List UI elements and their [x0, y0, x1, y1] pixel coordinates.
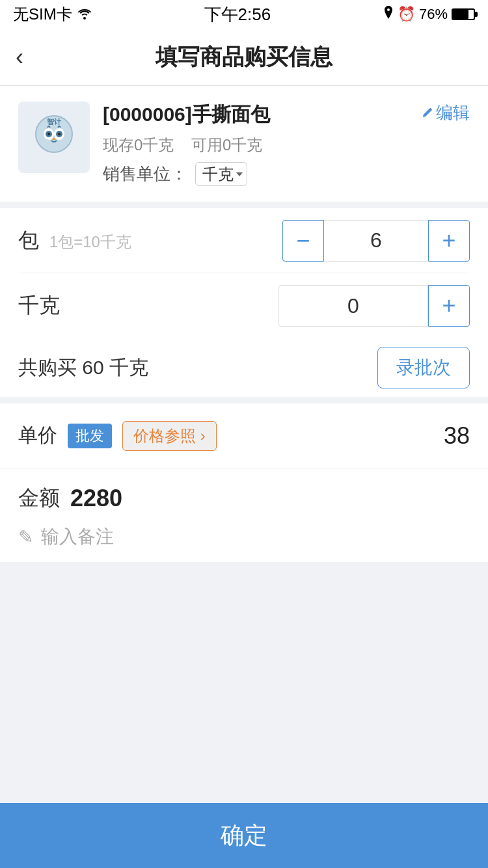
status-bar: 无SIM卡 下午2:56 ⏰ 76%: [0, 0, 488, 29]
confirm-button[interactable]: 确定: [0, 803, 488, 868]
bottom-fill: [0, 569, 488, 783]
remark-label: 输入备注: [41, 524, 114, 549]
price-ref-button[interactable]: 价格参照 ›: [122, 421, 217, 451]
location-icon: [383, 6, 394, 23]
amount-value: 2280: [70, 485, 122, 512]
svg-point-6: [58, 133, 61, 135]
bag-decrement-button[interactable]: −: [282, 220, 324, 262]
back-button[interactable]: ‹: [16, 44, 23, 71]
svg-point-5: [47, 133, 50, 135]
pencil-icon: ✎: [18, 526, 33, 548]
status-left: 无SIM卡: [13, 4, 92, 25]
remark-row[interactable]: ✎ 输入备注: [18, 524, 470, 549]
price-value: 38: [444, 422, 470, 450]
amount-row: 金额 2280: [18, 484, 470, 513]
unit-select[interactable]: 千克 包: [195, 162, 247, 186]
amount-section: 金额 2280 ✎ 输入备注: [0, 468, 488, 569]
edit-button[interactable]: 编辑: [420, 102, 470, 124]
quantity-section: 包 1包=10千克 − + 千克 +: [0, 208, 488, 338]
kg-qty-control: +: [278, 285, 470, 327]
kg-label: 千克: [18, 292, 60, 320]
kg-qty-input[interactable]: [278, 285, 428, 327]
product-name: [0000006]手撕面包: [103, 102, 270, 128]
product-info: [0000006]手撕面包 编辑 现存0千克 可用0千克 销售单位： 千克 包: [103, 102, 470, 186]
product-owl-icon: 智计: [34, 115, 74, 161]
svg-text:智计: 智计: [46, 118, 62, 126]
page-title: 填写商品购买信息: [156, 42, 332, 72]
wifi-icon: [77, 5, 92, 23]
product-card: 智计 [0000006]手撕面包 编辑 现存0千克 可用0千克 销售单位： 千克…: [0, 86, 488, 208]
product-stock: 现存0千克 可用0千克: [103, 135, 470, 156]
bag-row: 包 1包=10千克 − +: [18, 208, 470, 273]
bag-hint: 1包=10千克: [49, 233, 131, 251]
kg-row: 千克 +: [18, 273, 470, 338]
summary-section: 共购买 60 千克 录批次: [0, 338, 488, 403]
status-right: ⏰ 76%: [383, 6, 475, 23]
bag-label: 包: [18, 228, 39, 252]
status-time: 下午2:56: [204, 3, 271, 26]
bag-qty-input[interactable]: [324, 220, 428, 262]
price-tag: 批发: [68, 424, 112, 448]
carrier-label: 无SIM卡: [13, 4, 72, 25]
nav-bar: ‹ 填写商品购买信息: [0, 29, 488, 86]
bag-label-group: 包 1包=10千克: [18, 226, 131, 255]
battery-percent: 76%: [419, 6, 448, 23]
product-thumbnail: 智计: [18, 102, 90, 173]
bag-increment-button[interactable]: +: [428, 220, 470, 262]
amount-label: 金额: [18, 484, 60, 513]
batch-button[interactable]: 录批次: [377, 347, 470, 388]
edit-label: 编辑: [436, 102, 470, 124]
price-section: 单价 批发 价格参照 › 38: [0, 403, 488, 468]
price-label: 单价: [18, 422, 57, 449]
product-unit-row: 销售单位： 千克 包: [103, 162, 470, 186]
battery-icon: [452, 8, 475, 20]
kg-increment-button[interactable]: +: [428, 285, 470, 327]
bag-qty-control: − +: [282, 220, 470, 262]
alarm-icon: ⏰: [398, 6, 415, 23]
summary-text: 共购买 60 千克: [18, 355, 148, 381]
